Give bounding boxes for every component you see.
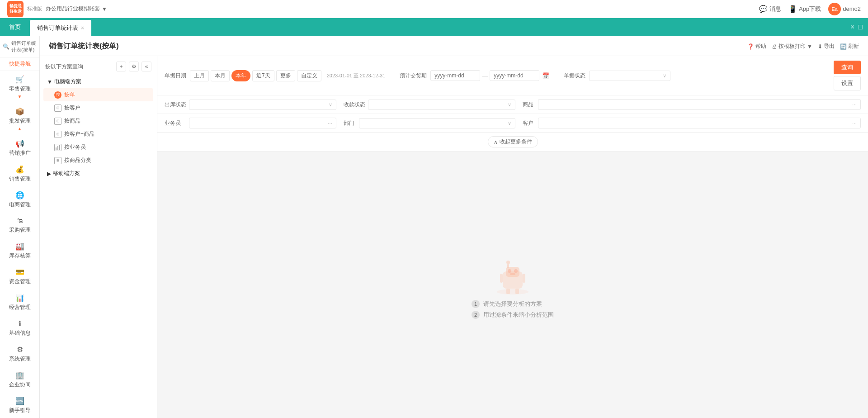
predict-date-from-input[interactable] bbox=[430, 70, 480, 81]
svg-rect-1 bbox=[57, 146, 58, 150]
scheme-item-by-goods[interactable]: ⊟ 按商品 bbox=[43, 114, 153, 128]
sidebar-item-purchase[interactable]: 🛍 采购管理 bbox=[2, 213, 38, 238]
svg-point-6 bbox=[508, 269, 511, 273]
tab-minimize-icon[interactable]: × bbox=[850, 23, 854, 31]
scheme-item-by-staff[interactable]: 按业务员 bbox=[43, 141, 153, 154]
sidebar-item-newuser[interactable]: 🆕 新手引导 bbox=[2, 393, 38, 418]
industry-selector[interactable]: 办公用品行业模拟账套 ▼ bbox=[46, 5, 107, 13]
scheme-section-title-desktop[interactable]: ▼ 电脑端方案 bbox=[43, 75, 153, 88]
custom-dates-btn[interactable]: 自定义 bbox=[297, 70, 321, 81]
settings-scheme-button[interactable]: ⚙ bbox=[129, 62, 139, 71]
sidebar-nav[interactable]: 快捷导航 bbox=[0, 57, 39, 71]
filter-row-3: 业务员 ··· 部门 ∨ 客户 bbox=[157, 114, 868, 133]
operations-icon: 📊 bbox=[15, 294, 24, 302]
predict-date-to-input[interactable] bbox=[490, 70, 539, 81]
out-status-select[interactable]: ∨ bbox=[189, 100, 336, 110]
brand-tagline: 标准版 bbox=[27, 5, 42, 12]
print-arrow: ▼ bbox=[807, 43, 812, 50]
template-print-label: 按模板打印 bbox=[778, 43, 806, 50]
empty-hints: 1 请先选择要分析的方案 2 用过滤条件来缩小分析范围 bbox=[472, 300, 554, 319]
out-status-arrow: ∨ bbox=[329, 102, 332, 108]
collapse-panel-button[interactable]: « bbox=[142, 62, 151, 71]
tab-maximize-icon[interactable]: □ bbox=[858, 23, 863, 31]
svg-point-14 bbox=[506, 261, 510, 264]
page-title: 销售订单统计表(按单) bbox=[49, 42, 119, 51]
scheme-item-by-order[interactable]: 按 按单 bbox=[43, 88, 153, 101]
tab-home[interactable]: 首页 bbox=[0, 18, 30, 36]
finance-icon: 💳 bbox=[15, 268, 24, 276]
dept-label: 部门 bbox=[344, 119, 356, 127]
top-bar-left: 畅捷通 好生意 标准版 办公用品行业模拟账套 ▼ bbox=[7, 1, 107, 17]
left-panel-title: 按以下方案查询 bbox=[45, 63, 83, 71]
sidebar-item-sales[interactable]: 💰 销售管理 bbox=[2, 162, 38, 186]
more-dates-btn[interactable]: 更多 bbox=[276, 70, 295, 81]
sidebar-item-marketing[interactable]: 📢 营销推广 bbox=[2, 136, 38, 161]
sidebar-item-basic[interactable]: ℹ 基础信息 bbox=[2, 316, 38, 341]
svg-rect-11 bbox=[506, 289, 510, 294]
tab-sales-statistics[interactable]: 销售订单统计表 × bbox=[30, 20, 91, 36]
customer-field: 客户 ··· bbox=[523, 118, 861, 128]
sidebar-item-retail[interactable]: 🛒 零售管理 ▼ bbox=[2, 71, 38, 103]
nav-label: 快捷导航 bbox=[9, 60, 31, 68]
user-item[interactable]: Ea demo2 bbox=[828, 3, 861, 15]
sidebar-item-finance[interactable]: 💳 资金管理 bbox=[2, 264, 38, 289]
tab-bar: 首页 销售订单统计表 × × □ bbox=[0, 18, 868, 36]
sidebar-item-enterprise[interactable]: 🏢 企业协同 bbox=[2, 367, 38, 392]
scheme-label-by-staff: 按业务员 bbox=[64, 143, 86, 151]
predict-date-dash: — bbox=[482, 72, 488, 79]
scheme-item-by-customer[interactable]: ⊞ 按客户 bbox=[43, 101, 153, 114]
system-label: 系统管理 bbox=[9, 355, 31, 363]
sidebar-item-inventory[interactable]: 🏭 库存核算 bbox=[2, 238, 38, 263]
last-month-btn[interactable]: 上月 bbox=[190, 70, 209, 81]
sidebar-item-wholesale[interactable]: 📦 批发管理 ▲ bbox=[2, 104, 38, 135]
status-select[interactable]: ∨ bbox=[589, 71, 670, 81]
query-button[interactable]: 查询 bbox=[834, 61, 861, 74]
scheme-item-by-customer-goods[interactable]: ⊟ 按客户+商品 bbox=[43, 128, 153, 141]
newuser-label: 新手引导 bbox=[9, 407, 31, 414]
industry-name: 办公用品行业模拟账套 bbox=[46, 5, 100, 13]
add-scheme-button[interactable]: + bbox=[116, 62, 126, 71]
svg-rect-0 bbox=[56, 147, 57, 150]
dept-select[interactable]: ∨ bbox=[359, 118, 515, 128]
app-download-item[interactable]: 📱 App下载 bbox=[788, 5, 821, 13]
empty-hint-2: 2 用过滤条件来缩小分析范围 bbox=[472, 311, 554, 319]
scheme-section-desktop: ▼ 电脑端方案 按 按单 ⊞ 按客户 ⊟ bbox=[40, 75, 157, 167]
sidebar-item-operations[interactable]: 📊 经营管理 bbox=[2, 290, 38, 315]
message-item[interactable]: 💬 消息 bbox=[759, 5, 781, 13]
status-select-arrow: ∨ bbox=[663, 73, 666, 79]
collapse-btn[interactable]: ∧ 收起更多条件 bbox=[488, 136, 538, 147]
export-action[interactable]: ⬇ 导出 bbox=[818, 43, 835, 50]
hint-text-1: 请先选择要分析的方案 bbox=[483, 300, 542, 308]
this-year-btn[interactable]: 本年 bbox=[231, 70, 250, 81]
scheme-label-by-customer: 按客户 bbox=[64, 104, 80, 112]
sidebar-search[interactable]: 🔍 销售订单统计表(按单) bbox=[0, 36, 39, 57]
settings-button[interactable]: 设置 bbox=[834, 76, 861, 90]
goods-select[interactable]: ··· bbox=[538, 99, 861, 110]
ecommerce-icon: 🌐 bbox=[15, 191, 24, 200]
message-icon: 💬 bbox=[759, 5, 768, 13]
sidebar-item-ecommerce[interactable]: 🌐 电商管理 bbox=[2, 187, 38, 212]
scheme-item-by-goods-category[interactable]: ⊟ 按商品分类 bbox=[43, 154, 153, 167]
scheme-icon-by-goods: ⊟ bbox=[54, 118, 61, 125]
refresh-action[interactable]: 🔄 刷新 bbox=[840, 43, 859, 50]
wholesale-label: 批发管理 bbox=[9, 117, 31, 125]
sidebar-item-system[interactable]: ⚙ 系统管理 bbox=[2, 342, 38, 366]
hint-num-1: 1 bbox=[472, 300, 480, 308]
query-btn-group: 查询 设置 bbox=[834, 61, 861, 90]
staff-select[interactable]: ··· bbox=[189, 118, 336, 128]
template-print-action[interactable]: 🖨 按模板打印 ▼ bbox=[772, 43, 812, 50]
enterprise-icon: 🏢 bbox=[15, 371, 24, 380]
scheme-label-by-customer-goods: 按客户+商品 bbox=[64, 130, 94, 138]
system-icon: ⚙ bbox=[17, 345, 23, 354]
this-month-btn[interactable]: 本月 bbox=[211, 70, 230, 81]
scheme-label-by-goods-category: 按商品分类 bbox=[64, 157, 91, 164]
help-action[interactable]: ❓ 帮助 bbox=[747, 43, 766, 50]
scheme-section-title-mobile[interactable]: ▶ 移动端方案 bbox=[43, 167, 153, 180]
tab-close-icon[interactable]: × bbox=[81, 25, 84, 31]
content-body: 按以下方案查询 + ⚙ « ▼ bbox=[40, 56, 868, 418]
pay-status-select[interactable]: ∨ bbox=[368, 100, 515, 110]
pay-status-field: 收款状态 ∨ bbox=[344, 100, 515, 110]
last7days-btn[interactable]: 近7天 bbox=[252, 70, 274, 81]
customer-select[interactable]: ··· bbox=[538, 118, 861, 128]
retail-expand-icon: ▼ bbox=[18, 94, 22, 99]
